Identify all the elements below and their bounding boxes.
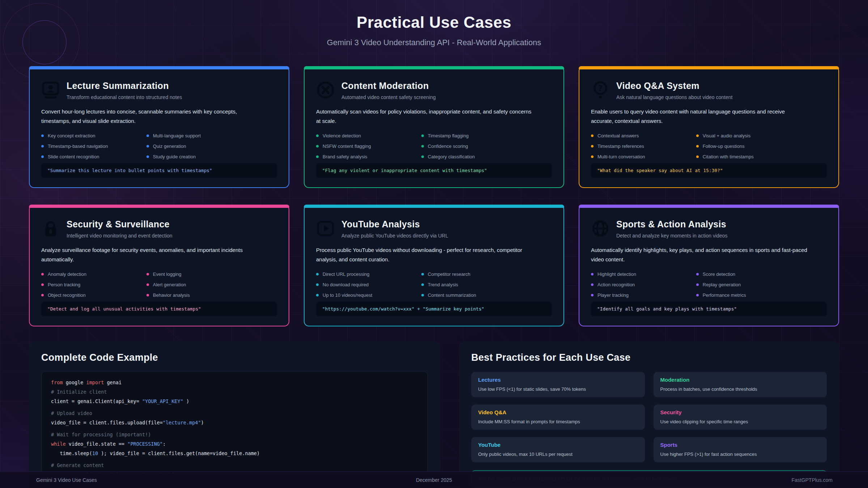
feature-label: Citation with timestamps bbox=[703, 154, 754, 159]
feature-item: Slide content recognition bbox=[41, 154, 146, 159]
footer-date: December 2025 bbox=[416, 477, 452, 483]
use-case-card: Security & SurveillanceIntelligent video… bbox=[29, 205, 289, 326]
bullet-dot-icon bbox=[316, 273, 319, 275]
feature-item: Quiz generation bbox=[146, 144, 244, 149]
feature-label: Action recognition bbox=[597, 282, 635, 287]
best-practice-label: Moderation bbox=[660, 377, 820, 383]
bullet-dot-icon bbox=[146, 145, 149, 147]
bullet-dot-icon bbox=[591, 134, 593, 137]
bullet-dot-icon bbox=[146, 134, 149, 137]
bullet-dot-icon bbox=[41, 155, 44, 158]
question-mark-icon: ? bbox=[591, 81, 610, 99]
card-description: Enable users to query video content with… bbox=[591, 107, 808, 126]
feature-item: Brand safety analysis bbox=[316, 154, 421, 159]
feature-label: Score detection bbox=[703, 271, 735, 277]
feature-item: Anomaly detection bbox=[41, 271, 146, 277]
feature-item: Player tracking bbox=[591, 292, 696, 298]
feature-label: Behavior analysis bbox=[153, 292, 190, 298]
best-practice-label: Lectures bbox=[478, 377, 638, 383]
bullet-dot-icon bbox=[41, 134, 44, 137]
feature-item: Performance metrics bbox=[696, 292, 793, 298]
feature-item: Key concept extraction bbox=[41, 133, 146, 138]
feature-label: Visual + audio analysis bbox=[703, 133, 750, 138]
page-header: Practical Use Cases Gemini 3 Video Under… bbox=[0, 0, 868, 47]
code-panel-title: Complete Code Example bbox=[41, 352, 428, 363]
best-practices-title: Best Practices for Each Use Case bbox=[471, 352, 827, 363]
card-feature-list: Highlight detectionScore detectionAction… bbox=[591, 271, 793, 298]
feature-label: Performance metrics bbox=[703, 292, 746, 298]
feature-label: Multi-language support bbox=[153, 133, 201, 138]
code-example-panel: Complete Code Example from google import… bbox=[29, 341, 440, 488]
padlock-icon bbox=[41, 219, 60, 238]
feature-label: Direct URL processing bbox=[323, 271, 370, 277]
card-subtitle: Ask natural language questions about vid… bbox=[616, 94, 732, 100]
bullet-dot-icon bbox=[696, 273, 699, 275]
bullet-dot-icon bbox=[146, 273, 149, 275]
card-subtitle: Transform educational content into struc… bbox=[67, 94, 182, 100]
card-title: YouTube Analysis bbox=[341, 219, 448, 230]
feature-label: Anomaly detection bbox=[48, 271, 86, 277]
bullet-dot-icon bbox=[421, 283, 424, 286]
bullet-dot-icon bbox=[316, 134, 319, 137]
feature-label: Confidence scoring bbox=[428, 144, 468, 149]
best-practice-card: ModerationProcess in batches, use confid… bbox=[654, 372, 827, 397]
card-title: Lecture Summarization bbox=[67, 81, 182, 91]
best-practice-text: Use higher FPS (>1) for fast action sequ… bbox=[660, 451, 820, 457]
play-button-icon bbox=[316, 219, 335, 238]
bullet-dot-icon bbox=[696, 283, 699, 286]
feature-item: No download required bbox=[316, 282, 421, 287]
feature-item: Person tracking bbox=[41, 282, 146, 287]
use-case-grid: Lecture SummarizationTransform education… bbox=[29, 66, 839, 326]
bullet-dot-icon bbox=[421, 294, 424, 296]
feature-item: Score detection bbox=[696, 271, 793, 277]
card-description: Automatically identify highlights, key p… bbox=[591, 245, 808, 264]
feature-label: Event logging bbox=[153, 271, 182, 277]
bullet-dot-icon bbox=[696, 155, 699, 158]
feature-label: Competitor research bbox=[428, 271, 471, 277]
best-practice-text: Include MM:SS format in prompts for time… bbox=[478, 419, 638, 424]
prompt-example: "Summarize this lecture into bullet poin… bbox=[41, 163, 277, 178]
feature-label: Category classification bbox=[428, 154, 475, 159]
bullet-dot-icon bbox=[421, 155, 424, 158]
feature-label: Slide content recognition bbox=[48, 154, 99, 159]
feature-item: Timestamp flagging bbox=[421, 133, 519, 138]
best-practice-text: Use video clipping for specific time ran… bbox=[660, 419, 820, 424]
feature-label: Replay generation bbox=[703, 282, 741, 287]
card-description: Convert hour-long lectures into concise,… bbox=[41, 107, 258, 126]
best-practice-card: LecturesUse low FPS (<1) for static slid… bbox=[471, 372, 645, 397]
feature-item: Event logging bbox=[146, 271, 244, 277]
feature-label: Up to 10 videos/request bbox=[323, 292, 372, 298]
bullet-dot-icon bbox=[421, 273, 424, 275]
bottom-section: Complete Code Example from google import… bbox=[29, 341, 839, 488]
feature-label: Contextual answers bbox=[597, 133, 639, 138]
bullet-dot-icon bbox=[146, 155, 149, 158]
card-feature-list: Direct URL processingCompetitor research… bbox=[316, 271, 519, 298]
feature-item: Violence detection bbox=[316, 133, 421, 138]
presenter-screen-icon bbox=[41, 81, 60, 99]
best-practice-card: SportsUse higher FPS (>1) for fast actio… bbox=[654, 437, 827, 462]
code-line: from google import genai bbox=[51, 380, 418, 385]
bullet-dot-icon bbox=[41, 294, 44, 296]
prompt-example: "https://youtube.com/watch?v=xxx" + "Sum… bbox=[316, 301, 552, 316]
use-case-card: YouTube AnalysisAnalyze public YouTube v… bbox=[304, 205, 564, 326]
card-subtitle: Automated video content safety screening bbox=[341, 94, 436, 100]
feature-label: Study guide creation bbox=[153, 154, 196, 159]
best-practices-grid: LecturesUse low FPS (<1) for static slid… bbox=[471, 372, 827, 462]
use-case-card: ?Video Q&A SystemAsk natural language qu… bbox=[579, 66, 839, 188]
feature-label: Trend analysis bbox=[428, 282, 458, 287]
card-feature-list: Key concept extractionMulti-language sup… bbox=[41, 133, 244, 159]
globe-icon bbox=[591, 219, 610, 238]
feature-item: Behavior analysis bbox=[146, 292, 244, 298]
card-title: Content Moderation bbox=[341, 81, 436, 91]
feature-label: Content summarization bbox=[428, 292, 476, 298]
feature-label: Timestamp-based navigation bbox=[48, 144, 108, 149]
feature-label: Key concept extraction bbox=[48, 133, 95, 138]
feature-item: Alert generation bbox=[146, 282, 244, 287]
feature-item: NSFW content flagging bbox=[316, 144, 421, 149]
feature-label: Timestamp references bbox=[597, 144, 644, 149]
code-line: client = genai.Client(api_key= "YOUR_API… bbox=[51, 398, 418, 404]
page-subtitle: Gemini 3 Video Understanding API - Real-… bbox=[0, 38, 868, 47]
feature-label: Timestamp flagging bbox=[428, 133, 469, 138]
card-subtitle: Detect and analyze key moments in action… bbox=[616, 233, 727, 239]
feature-label: NSFW content flagging bbox=[323, 144, 371, 149]
